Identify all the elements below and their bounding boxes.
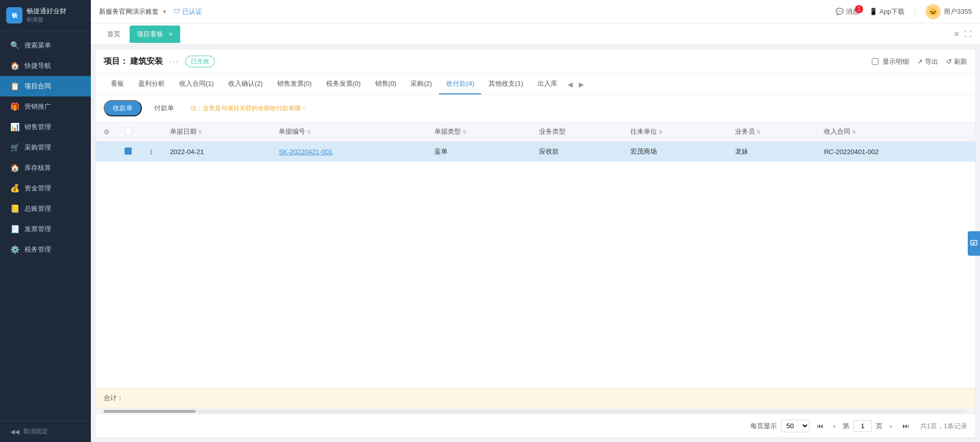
sidebar-item-sales-mgmt[interactable]: 📊 销售管理 (0, 117, 91, 137)
account-selector[interactable]: 新服务官网演示账套 ▼ (99, 7, 167, 16)
window-close-button[interactable]: ✕ (953, 30, 960, 39)
sub-tabs: 收款单 付款单 注：这里是与项目关联的全部收付款单哦～ (95, 95, 975, 122)
sidebar-item-tax[interactable]: ⚙️ 税务管理 (0, 239, 91, 260)
tax-icon: ⚙️ (10, 245, 19, 254)
shield-icon: 🛡 (174, 8, 180, 15)
project-label: 项目： (104, 57, 128, 65)
first-page-button[interactable]: ⏮ (814, 421, 826, 431)
user-name: 用户3355 (944, 7, 972, 16)
row-doc-type: 蓝单 (428, 142, 533, 162)
sidebar-item-label: 总账管理 (24, 204, 51, 213)
sec-tab-next-arrow[interactable]: ▶ (576, 76, 587, 93)
sidebar-item-general-ledger[interactable]: 📒 总账管理 (0, 199, 91, 219)
sec-tab-receipts[interactable]: 收付款(4) (439, 74, 481, 94)
row-checkbox[interactable] (125, 148, 132, 155)
marketing-icon: 🎁 (10, 102, 19, 111)
row-date: 2022-04-21 (164, 142, 273, 162)
topbar-right: 💬 消息 1 📱 App下载 🐱 用户3355 (836, 4, 972, 19)
sec-tab-income-confirm[interactable]: 收入确认(2) (221, 74, 270, 94)
refresh-button[interactable]: ↺ 刷新 (946, 57, 967, 66)
doc-type-sort-icon: ⇅ (462, 129, 467, 135)
page-end-word: 页 (876, 422, 883, 431)
row-number[interactable]: SK-20220421-001 (273, 142, 428, 162)
page-number-input[interactable] (853, 420, 872, 432)
date-sort-icon: ⇅ (198, 129, 202, 135)
sec-tab-purchase[interactable]: 采购(2) (403, 74, 439, 94)
tab-project-board[interactable]: 项目看板 ✕ (130, 26, 180, 43)
sidebar-item-purchase-mgmt[interactable]: 🛒 采购管理 (0, 137, 91, 158)
page-size-select[interactable]: 50 100 200 (781, 420, 810, 432)
sidebar-item-project-contract[interactable]: 📋 项目合同 (0, 76, 91, 96)
date-col-header[interactable]: 单据日期⇅ (164, 122, 273, 142)
sidebar-item-label: 营销推广 (24, 102, 51, 111)
svg-text:畅: 畅 (12, 12, 17, 18)
next-page-button[interactable]: › (887, 421, 895, 431)
doc-type-col-header[interactable]: 单据类型⇅ (428, 122, 533, 142)
sec-tab-profit-analysis[interactable]: 盈利分析 (131, 74, 172, 94)
sec-tab-prev-arrow[interactable]: ◀ (565, 76, 576, 93)
show-detail-checkbox[interactable] (872, 58, 878, 65)
partner-col-header[interactable]: 往来单位⇅ (624, 122, 729, 142)
sub-tab-hint: 注：这里是与项目关联的全部收付款单哦～ (190, 104, 307, 113)
topbar-divider (915, 7, 915, 17)
sidebar-footer[interactable]: ◀◀ 取消固定 (0, 421, 91, 442)
app-logo: 畅 (6, 7, 22, 23)
sidebar-item-quick-nav[interactable]: 🏠 快捷导航 (0, 56, 91, 76)
sec-tab-sales[interactable]: 销售(0) (368, 74, 404, 94)
sidebar-item-search[interactable]: 🔍 搜索菜单 (0, 35, 91, 56)
user-menu[interactable]: 🐱 用户3355 (925, 4, 972, 19)
general-ledger-icon: 📒 (10, 204, 19, 213)
prev-page-button[interactable]: ‹ (830, 421, 839, 431)
page-word: 第 (843, 422, 849, 431)
sec-tab-income-contract[interactable]: 收入合同(1) (172, 74, 221, 94)
settings-col-header[interactable]: ⚙ (95, 122, 118, 142)
sec-tab-sales-invoice[interactable]: 销售发票(0) (270, 74, 319, 94)
sec-tab-in-out[interactable]: 出入库 (530, 74, 565, 94)
window-maximize-button[interactable]: ⛶ (964, 30, 972, 39)
sidebar-item-inventory[interactable]: 🏠 库存核算 (0, 158, 91, 178)
income-contract-col-header[interactable]: 收入合同⇅ (818, 122, 975, 142)
app-download-label: App下载 (879, 7, 904, 16)
table-wrapper: ⚙ 单据日期⇅ 单据编号⇅ 单 (95, 122, 975, 388)
sidebar-item-finance[interactable]: 💰 资金管理 (0, 178, 91, 199)
receipt-tab-button[interactable]: 收款单 (104, 100, 142, 116)
tab-close-icon[interactable]: ✕ (168, 31, 173, 37)
feedback-icon[interactable] (968, 231, 980, 256)
salesperson-col-header[interactable]: 业务员⇅ (729, 122, 818, 142)
page-container: 项目： 建筑安装 ··· 已生效 显示明细 ↗ 导出 ↺ (91, 45, 980, 442)
table-row[interactable]: 1 2022-04-21 SK-20220421-001 蓝单 应收款 宏茂商场… (95, 142, 975, 162)
page: 项目： 建筑安装 ··· 已生效 显示明细 ↗ 导出 ↺ (95, 49, 976, 438)
select-all-checkbox[interactable] (125, 128, 132, 135)
totals-label: 合计： (104, 394, 124, 402)
sidebar-header: 畅 畅捷通好业财 标准版 (0, 0, 91, 31)
project-contract-icon: 📋 (10, 82, 19, 91)
sec-tab-other-income[interactable]: 其他收支(1) (481, 74, 530, 94)
secondary-tabs: 看板 盈利分析 收入合同(1) 收入确认(2) 销售发票(0) 税务发票(0) … (95, 74, 975, 95)
message-button[interactable]: 💬 消息 1 (836, 7, 859, 16)
tab-project-board-label: 项目看板 (137, 30, 163, 38)
sidebar-item-label: 库存核算 (24, 163, 51, 173)
app-download-button[interactable]: 📱 App下载 (869, 7, 904, 16)
horizontal-scrollbar[interactable] (95, 408, 975, 414)
sidebar-item-invoice[interactable]: 🧾 发票管理 (0, 219, 91, 239)
scrollbar-thumb[interactable] (104, 410, 195, 413)
index-col-header (138, 122, 164, 142)
tab-home[interactable]: 首页 (99, 26, 129, 43)
sidebar-item-label: 快捷导航 (24, 61, 51, 70)
sidebar-item-marketing[interactable]: 🎁 营销推广 (0, 96, 91, 117)
sec-tab-tax-invoice[interactable]: 税务发票(0) (319, 74, 368, 94)
last-page-button[interactable]: ⏭ (899, 421, 912, 431)
show-detail-toggle[interactable]: 显示明细 (872, 57, 909, 66)
row-salesperson: 龙妹 (729, 142, 818, 162)
sales-mgmt-icon: 📊 (10, 122, 19, 132)
main-content: 新服务官网演示账套 ▼ 🛡 已认证 💬 消息 1 📱 App下载 🐱 用户335… (91, 0, 980, 442)
sec-tab-board[interactable]: 看板 (104, 74, 131, 94)
number-col-header[interactable]: 单据编号⇅ (273, 122, 428, 142)
export-button[interactable]: ↗ 导出 (917, 57, 938, 66)
project-name: 建筑安装 (130, 57, 163, 65)
sidebar-item-label: 搜索菜单 (24, 41, 51, 50)
topbar: 新服务官网演示账套 ▼ 🛡 已认证 💬 消息 1 📱 App下载 🐱 用户335… (91, 0, 980, 23)
more-options-button[interactable]: ··· (169, 57, 179, 66)
row-checkbox-cell[interactable] (118, 142, 138, 162)
payment-tab-button[interactable]: 付款单 (146, 101, 182, 115)
